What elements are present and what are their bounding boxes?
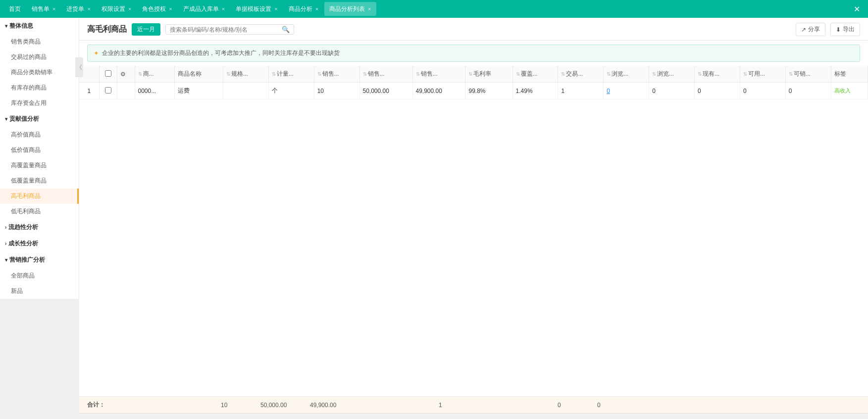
sidebar-item-stocked-goods[interactable]: 有库存的商品	[0, 80, 79, 95]
col-header-spec[interactable]: ⇅规格...	[223, 66, 268, 83]
sidebar-item-low-value[interactable]: 低价值商品	[0, 142, 79, 158]
nav-template-settings[interactable]: 单据模板设置 ×	[231, 2, 282, 16]
nav-home[interactable]: 首页	[4, 2, 26, 16]
footer-sales-qty: 10	[221, 402, 260, 409]
footer-total: 合计： 10 50,000.00 49,900.00 1 0 0	[79, 396, 868, 413]
nav-purchase-order[interactable]: 进货单 ×	[61, 2, 95, 16]
sort-icon-unit: ⇅	[272, 71, 276, 77]
close-permission[interactable]: ×	[128, 6, 131, 12]
sidebar-item-low-coverage[interactable]: 低覆盖量商品	[0, 173, 79, 188]
sidebar-item-new-goods[interactable]: 新品	[0, 283, 79, 299]
info-icon: ✦	[94, 49, 99, 57]
sidebar: ▾ 整体信息 销售类商品 交易过的商品 商品分类助销率 有库存的商品 库存资金占…	[0, 18, 79, 299]
nav-permission-settings[interactable]: 权限设置 ×	[97, 2, 136, 16]
nav-sales-order[interactable]: 销售单 ×	[27, 2, 60, 16]
sidebar-item-high-coverage[interactable]: 高覆盖量商品	[0, 158, 79, 173]
col-header-views1[interactable]: ⇅浏览...	[604, 66, 649, 83]
col-header-transactions[interactable]: ⇅交易...	[558, 66, 604, 83]
select-all-checkbox[interactable]	[105, 70, 111, 77]
horizontal-scrollbar[interactable]	[79, 413, 868, 419]
data-table: ⚙ ⇅商... 商品名称 ⇅规格... ⇅计量..	[79, 66, 868, 99]
footer-available-stock: 0	[597, 402, 637, 409]
sidebar-collapse-toggle[interactable]: 《	[75, 57, 83, 77]
close-analysis-list[interactable]: ×	[368, 6, 371, 12]
window-close-button[interactable]: ✕	[850, 4, 864, 14]
nav-analysis-list[interactable]: 商品分析列表 ×	[324, 2, 376, 16]
sort-icon-spec: ⇅	[226, 71, 230, 77]
sidebar-item-low-margin[interactable]: 低毛利商品	[0, 204, 79, 219]
cell-spec	[223, 83, 268, 99]
sort-icon: ⇅	[138, 71, 142, 77]
col-header-name[interactable]: 商品名称	[174, 66, 223, 83]
col-header-sales-profit[interactable]: ⇅销售...	[412, 66, 465, 83]
col-header-sellable-stock[interactable]: ⇅可销...	[785, 66, 831, 83]
info-banner: ✦ 企业的主要的利润都是这部分商品创造的，可考虑加大推广，同时关注库存是不要出现…	[87, 45, 860, 62]
close-purchase-order[interactable]: ×	[87, 6, 90, 12]
cell-num: 1	[79, 83, 99, 99]
export-button[interactable]: ⬇ 导出	[830, 23, 860, 36]
cell-current-stock: 0	[695, 83, 740, 99]
sidebar-item-stock-capital[interactable]: 库存资金占用	[0, 95, 79, 111]
col-header-tag[interactable]: 标签	[831, 66, 868, 83]
cell-unit: 个	[268, 83, 314, 99]
cell-sales-profit: 49,900.00	[412, 83, 465, 99]
trend-group-label: 流趋性分析	[8, 223, 38, 232]
filter-last-month-button[interactable]: 近一月	[132, 23, 160, 36]
footer-label: 合计：	[87, 401, 147, 409]
col-header-available-stock[interactable]: ⇅可用...	[740, 66, 785, 83]
footer-sales-profit: 49,900.00	[310, 402, 359, 409]
close-template[interactable]: ×	[274, 6, 277, 12]
sidebar-group-trend[interactable]: › 流趋性分析	[0, 219, 79, 235]
cell-settings	[117, 83, 135, 99]
sidebar-item-traded-goods[interactable]: 交易过的商品	[0, 49, 79, 65]
sidebar-group-growth[interactable]: › 成长性分析	[0, 235, 79, 252]
search-icon: 🔍	[282, 26, 290, 33]
main-layout: ▾ 整体信息 销售类商品 交易过的商品 商品分类助销率 有库存的商品 库存资金占…	[0, 18, 868, 419]
sort-icon-amount: ⇅	[363, 71, 367, 77]
sidebar-group-contribution[interactable]: ▾ 贡献值分析	[0, 111, 79, 127]
sort-icon-cov: ⇅	[516, 71, 520, 77]
sidebar-item-sales-goods[interactable]: 销售类商品	[0, 34, 79, 49]
sort-icon-as: ⇅	[743, 71, 747, 77]
search-input[interactable]	[170, 26, 282, 33]
marketing-group-arrow: ▾	[5, 257, 7, 263]
sidebar-item-high-margin[interactable]: 高毛利商品	[0, 188, 79, 204]
col-header-gross-margin[interactable]: ⇅毛利率	[465, 66, 512, 83]
search-box[interactable]: 🔍	[165, 24, 294, 35]
col-header-settings[interactable]: ⚙	[117, 66, 135, 83]
growth-group-label: 成长性分析	[8, 239, 38, 248]
row-checkbox[interactable]	[105, 87, 111, 93]
col-header-views2[interactable]: ⇅浏览...	[649, 66, 695, 83]
sidebar-group-marketing[interactable]: ▾ 营销推广分析	[0, 252, 79, 268]
col-header-coverage[interactable]: ⇅覆盖...	[512, 66, 558, 83]
nav-finished-goods[interactable]: 产成品入库单 ×	[178, 2, 230, 16]
collapse-icon: 《	[76, 63, 82, 72]
col-header-unit[interactable]: ⇅计量...	[268, 66, 314, 83]
sidebar-item-category-rate[interactable]: 商品分类助销率	[0, 65, 79, 80]
cell-views1[interactable]: 0	[604, 83, 649, 99]
close-role-auth[interactable]: ×	[169, 6, 172, 12]
sidebar-group-overall[interactable]: ▾ 整体信息	[0, 18, 79, 34]
sort-icon-qty: ⇅	[317, 71, 321, 77]
footer-transactions: 1	[439, 402, 478, 409]
settings-col-icon: ⚙	[120, 71, 126, 78]
cell-sales-amount: 50,000.00	[359, 83, 412, 99]
close-analysis[interactable]: ×	[315, 6, 318, 12]
table-container: ⚙ ⇅商... 商品名称 ⇅规格... ⇅计量..	[79, 66, 868, 396]
sidebar-item-all-goods[interactable]: 全部商品	[0, 268, 79, 283]
col-header-sales-qty[interactable]: ⇅销售...	[314, 66, 359, 83]
sidebar-item-high-value[interactable]: 高价值商品	[0, 127, 79, 142]
nav-product-analysis[interactable]: 商品分析 ×	[284, 2, 323, 16]
close-sales-order[interactable]: ×	[52, 6, 55, 12]
cell-check[interactable]	[99, 83, 117, 99]
cell-code: 0000...	[135, 83, 174, 99]
share-button[interactable]: ↗ 分享	[796, 23, 825, 36]
col-header-sales-amount[interactable]: ⇅销售...	[359, 66, 412, 83]
nav-role-auth[interactable]: 角色授权 ×	[137, 2, 177, 16]
content-header: 高毛利商品 近一月 🔍 ↗ 分享 ⬇ 导出	[79, 18, 868, 41]
sort-icon-v1: ⇅	[607, 71, 611, 77]
col-header-code[interactable]: ⇅商...	[135, 66, 174, 83]
close-finished-goods[interactable]: ×	[222, 6, 225, 12]
col-header-current-stock[interactable]: ⇅现有...	[695, 66, 740, 83]
page-title: 高毛利商品	[87, 24, 127, 35]
